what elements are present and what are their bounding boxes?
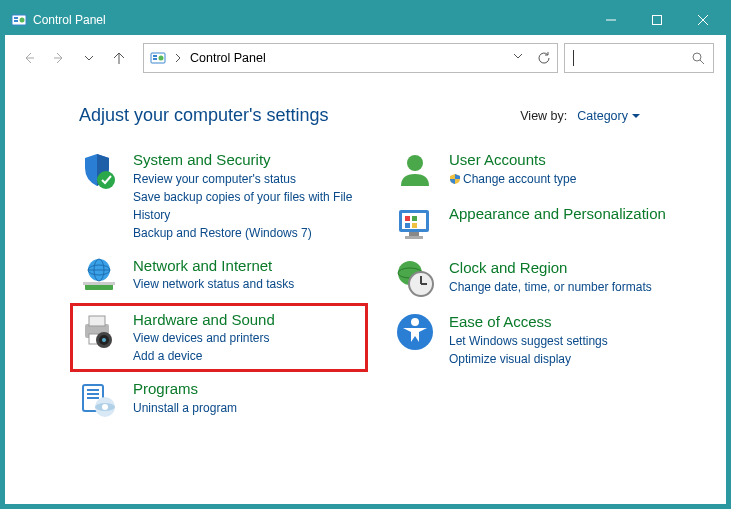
link-review-status[interactable]: Review your computer's status (133, 170, 359, 188)
svg-point-15 (693, 53, 701, 61)
address-bar[interactable]: Control Panel (143, 43, 558, 73)
svg-point-52 (411, 318, 419, 326)
svg-rect-23 (83, 282, 115, 285)
title-bar: Control Panel (5, 5, 726, 35)
caret-down-icon (632, 112, 640, 120)
page-title: Adjust your computer's settings (79, 105, 329, 126)
link-suggest-settings[interactable]: Let Windows suggest settings (449, 332, 608, 350)
search-icon (691, 51, 705, 65)
svg-rect-45 (405, 236, 423, 239)
link-optimize-display[interactable]: Optimize visual display (449, 350, 608, 368)
breadcrumb[interactable]: Control Panel (190, 51, 266, 65)
recent-locations-dropdown[interactable] (77, 46, 101, 70)
highlight-box: Hardware and Sound View devices and prin… (70, 303, 368, 373)
category-hardware-sound[interactable]: Hardware and Sound (133, 310, 275, 330)
link-date-time-formats[interactable]: Change date, time, or number formats (449, 278, 652, 296)
link-devices-printers[interactable]: View devices and printers (133, 329, 275, 347)
minimize-button[interactable] (588, 5, 634, 35)
link-change-account-type[interactable]: Change account type (449, 170, 576, 188)
svg-rect-41 (412, 216, 417, 221)
category-network[interactable]: Network and Internet (133, 256, 294, 276)
shield-icon (79, 150, 119, 190)
appearance-icon (395, 204, 435, 244)
nav-toolbar: Control Panel (5, 35, 726, 81)
search-input[interactable] (564, 43, 714, 73)
svg-rect-33 (87, 397, 99, 399)
programs-icon (79, 379, 119, 419)
link-uninstall[interactable]: Uninstall a program (133, 399, 237, 417)
uac-shield-icon (449, 173, 461, 185)
svg-rect-25 (89, 316, 105, 326)
view-by-label: View by: (520, 109, 567, 123)
back-button[interactable] (17, 46, 41, 70)
svg-rect-12 (153, 55, 157, 57)
user-icon (395, 150, 435, 190)
svg-rect-44 (409, 232, 419, 236)
svg-rect-5 (653, 16, 662, 25)
clock-icon (395, 258, 435, 298)
svg-rect-32 (87, 393, 99, 395)
link-file-history[interactable]: Save backup copies of your files with Fi… (133, 188, 359, 224)
svg-rect-31 (87, 389, 99, 391)
category-user-accounts[interactable]: User Accounts (449, 150, 576, 170)
svg-rect-1 (14, 17, 18, 19)
control-panel-icon (150, 50, 166, 66)
link-add-device[interactable]: Add a device (133, 347, 275, 365)
ease-of-access-icon (395, 312, 435, 352)
category-clock-region[interactable]: Clock and Region (449, 258, 652, 278)
up-button[interactable] (107, 46, 131, 70)
category-appearance[interactable]: Appearance and Personalization (449, 204, 666, 224)
refresh-icon[interactable] (537, 51, 551, 65)
chevron-right-icon (174, 53, 182, 63)
svg-line-16 (700, 60, 704, 64)
category-programs[interactable]: Programs (133, 379, 237, 399)
close-button[interactable] (680, 5, 726, 35)
network-icon (79, 256, 119, 296)
svg-point-37 (407, 155, 423, 171)
printer-icon (79, 310, 119, 350)
chevron-down-icon[interactable] (513, 51, 523, 65)
svg-point-17 (97, 171, 115, 189)
svg-rect-13 (153, 58, 157, 60)
svg-rect-40 (405, 216, 410, 221)
link-backup-restore[interactable]: Backup and Restore (Windows 7) (133, 224, 359, 242)
category-ease-of-access[interactable]: Ease of Access (449, 312, 608, 332)
svg-rect-2 (14, 20, 18, 22)
view-by-dropdown[interactable]: Category (577, 109, 640, 123)
control-panel-icon (11, 12, 27, 28)
svg-point-14 (159, 56, 164, 61)
window-title: Control Panel (33, 13, 106, 27)
svg-rect-42 (405, 223, 410, 228)
link-network-status[interactable]: View network status and tasks (133, 275, 294, 293)
maximize-button[interactable] (634, 5, 680, 35)
svg-point-29 (102, 338, 106, 342)
forward-button[interactable] (47, 46, 71, 70)
svg-point-3 (20, 18, 25, 23)
svg-rect-43 (412, 223, 417, 228)
svg-point-36 (102, 404, 108, 410)
category-system-security[interactable]: System and Security (133, 150, 359, 170)
